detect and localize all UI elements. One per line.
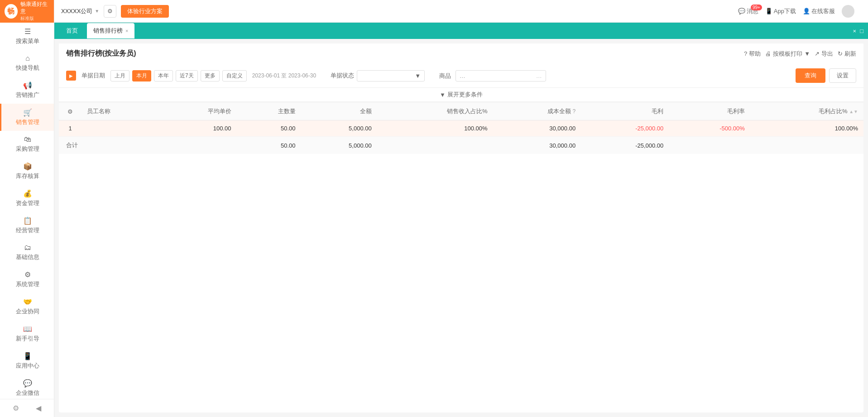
sidebar-collapse-btn[interactable]: ◀ <box>36 404 41 412</box>
expand-more-btn[interactable]: ▼ 展开更多条件 <box>440 91 483 99</box>
footer-avg-price <box>159 137 236 154</box>
date-filter: 上月 本月 本年 近7天 更多 自定义 <box>110 70 247 81</box>
footer-gross-rate <box>669 137 750 154</box>
company-selector[interactable]: XXXXX公司 ▼ <box>61 7 99 15</box>
tab-close-icon[interactable]: × <box>125 28 128 34</box>
date-curr-btn[interactable]: 本月 <box>132 70 151 81</box>
printer-icon: 🖨 <box>765 50 771 57</box>
sidebar-item-2[interactable]: 📢营销推广 <box>0 77 54 104</box>
table-header-row: ⚙ 员工名称 平均单价 主数量 全额 销售收入占比% 成本全额 ? 毛利 毛利率… <box>59 103 863 120</box>
sidebar-item-0[interactable]: ☰搜索菜单 <box>0 23 54 50</box>
page-title: 销售排行榜(按业务员) <box>66 49 136 58</box>
app-download-btn[interactable]: 📱 App下载 <box>765 7 796 15</box>
cell-cost: 30,000.00 <box>493 120 581 137</box>
col-settings[interactable]: ⚙ <box>59 103 82 120</box>
footer-label: 合计 <box>59 137 159 154</box>
sidebar-settings-btn[interactable]: ⚙ <box>13 404 19 412</box>
set-btn[interactable]: 设置 <box>829 68 856 83</box>
logo-text-block: 畅康通好生意 标准版 <box>20 1 49 21</box>
sidebar-icon-0: ☰ <box>24 27 31 36</box>
table-wrapper: ⚙ 员工名称 平均单价 主数量 全额 销售收入占比% 成本全额 ? 毛利 毛利率… <box>59 103 863 412</box>
sidebar-icon-10: 🤝 <box>23 297 32 306</box>
sidebar-label-2: 营销推广 <box>16 91 39 99</box>
col-gross: 毛利 <box>581 103 669 120</box>
sidebar-item-11[interactable]: 📖新手引导 <box>0 320 54 347</box>
help-icon: ? <box>744 50 747 57</box>
refresh-btn[interactable]: ↻ 刷新 <box>838 50 856 58</box>
status-select[interactable]: ▼ <box>357 70 425 81</box>
col-avg-price: 平均单价 <box>159 103 236 120</box>
col-cost: 成本全额 ? <box>493 103 581 120</box>
filter-toggle-btn[interactable]: ▶ <box>66 71 76 81</box>
help-btn[interactable]: ? 帮助 <box>744 50 761 58</box>
goods-label: 商品 <box>439 72 451 79</box>
table-footer-row: 合计 50.00 5,000.00 30,000.00 -25,000.00 <box>59 137 863 154</box>
date-year-btn[interactable]: 本年 <box>154 70 173 81</box>
data-table: ⚙ 员工名称 平均单价 主数量 全额 销售收入占比% 成本全额 ? 毛利 毛利率… <box>59 103 863 154</box>
expand-row: ▼ 展开更多条件 <box>59 87 863 101</box>
tab-maximize-btn[interactable]: □ <box>860 28 863 34</box>
page-header: 销售排行榜(按业务员) ? 帮助 🖨 按模板打印 ▼ ↗ 导出 <box>59 43 863 64</box>
cell-gross-pct: 100.00% <box>750 120 863 137</box>
sidebar-item-9[interactable]: ⚙系统管理 <box>0 266 54 293</box>
trial-btn[interactable]: 体验行业方案 <box>121 5 169 18</box>
sidebar-icon-1: ⌂ <box>25 54 30 62</box>
footer-gross: -25,000.00 <box>581 137 669 154</box>
sidebar-item-12[interactable]: 📱应用中心 <box>0 347 54 374</box>
sidebar-item-8[interactable]: 🗂基础信息 <box>0 239 54 266</box>
tab-close-btn[interactable]: × <box>853 28 857 34</box>
cell-gross: -25,000.00 <box>581 120 669 137</box>
expand-label: 展开更多条件 <box>447 91 483 99</box>
col-total: 全额 <box>301 103 377 120</box>
cell-rank: 1 <box>59 120 82 137</box>
logo-sub: 标准版 <box>20 15 49 22</box>
topbar-right: 💬 消息 99+ 📱 App下载 👤 在线客服 <box>738 5 861 18</box>
tabbar: 首页 销售排行榜 × × □ <box>54 23 868 39</box>
sidebar-icon-11: 📖 <box>23 325 32 333</box>
service-icon: 👤 <box>803 8 810 14</box>
table-row[interactable]: 1 100.00 50.00 5,000.00 100.00% 30,000.0… <box>59 120 863 137</box>
cost-help-icon[interactable]: ? <box>572 108 575 115</box>
app-icon: 📱 <box>765 8 772 14</box>
service-btn[interactable]: 👤 在线客服 <box>803 7 835 15</box>
avatar[interactable] <box>842 5 854 18</box>
tab-sales-rank[interactable]: 销售排行榜 × <box>87 23 134 38</box>
sidebar-item-1[interactable]: ⌂快捷导航 <box>0 50 54 77</box>
query-btn[interactable]: 查询 <box>796 68 825 83</box>
sidebar-label-12: 应用中心 <box>16 362 39 370</box>
date-custom-btn[interactable]: 自定义 <box>222 70 247 81</box>
sidebar-label-1: 快捷导航 <box>16 64 39 72</box>
footer-total: 5,000.00 <box>301 137 377 154</box>
date-7days-btn[interactable]: 近7天 <box>176 70 198 81</box>
col-gross-rate: 毛利率 <box>669 103 750 120</box>
sidebar-item-3[interactable]: 🛒销售管理 <box>0 104 54 131</box>
sidebar-icon-13: 💬 <box>23 379 32 388</box>
sidebar-label-9: 系统管理 <box>16 280 39 288</box>
tab-home[interactable]: 首页 <box>59 23 85 38</box>
date-prev-btn[interactable]: 上月 <box>110 70 129 81</box>
gross-pct-sort-icon[interactable]: ▲▼ <box>849 109 858 114</box>
goods-input[interactable]: … … <box>456 70 546 81</box>
cell-avg-price: 100.00 <box>159 120 236 137</box>
footer-gross-pct <box>750 137 863 154</box>
sidebar-item-4[interactable]: 🛍采购管理 <box>0 131 54 158</box>
sidebar-item-10[interactable]: 🤝企业协同 <box>0 293 54 320</box>
cell-gross-rate: -500.00% <box>669 120 750 137</box>
msg-badge: 99+ <box>751 5 762 10</box>
date-more-btn[interactable]: 更多 <box>201 70 220 81</box>
sidebar-item-5[interactable]: 📦库存核算 <box>0 158 54 185</box>
export-btn[interactable]: ↗ 导出 <box>815 50 833 58</box>
sidebar-icon-8: 🗂 <box>24 244 31 252</box>
msg-btn[interactable]: 💬 消息 99+ <box>738 7 758 15</box>
cell-total: 5,000.00 <box>301 120 377 137</box>
sidebar-item-7[interactable]: 📋经营管理 <box>0 212 54 239</box>
print-btn[interactable]: 🖨 按模板打印 ▼ <box>765 50 810 58</box>
topbar: XXXXX公司 ▼ ⚙ 体验行业方案 💬 消息 99+ 📱 App下载 👤 在线… <box>54 0 868 23</box>
topbar-settings-btn[interactable]: ⚙ <box>104 5 116 18</box>
sidebar-item-6[interactable]: 💰资金管理 <box>0 185 54 212</box>
sidebar-item-13[interactable]: 💬企业微信 <box>0 374 54 399</box>
export-icon: ↗ <box>815 50 820 57</box>
date-label: 单据日期 <box>82 72 105 80</box>
sidebar-label-11: 新手引导 <box>16 335 39 343</box>
main-area: XXXXX公司 ▼ ⚙ 体验行业方案 💬 消息 99+ 📱 App下载 👤 在线… <box>54 0 868 417</box>
